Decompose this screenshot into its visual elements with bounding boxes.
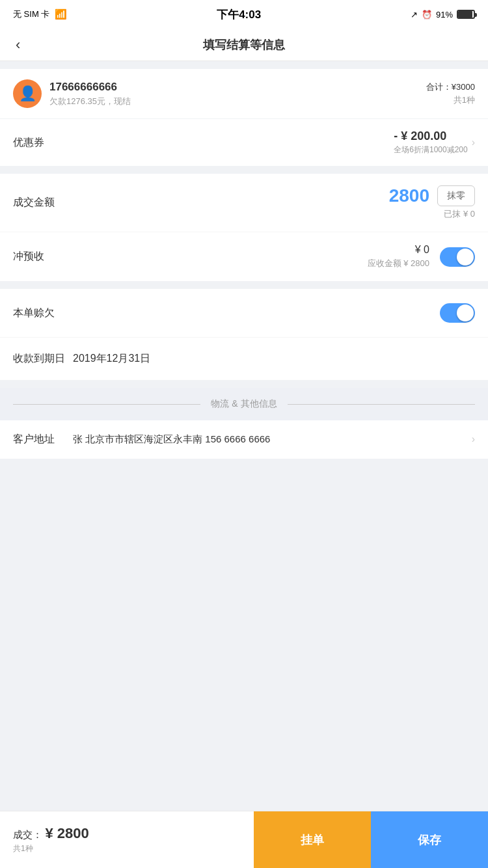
location-icon: ↗	[411, 10, 418, 20]
logistics-line-right	[288, 404, 475, 405]
back-button[interactable]: ‹	[10, 31, 25, 59]
alarm-icon: ⏰	[422, 10, 432, 20]
bottom-summary: 成交： ¥ 2800 共1种	[0, 825, 254, 854]
main-content: 👤 17666666666 欠款1276.35元，现结 合计：¥3000 共1种…	[0, 69, 488, 628]
debit-toggle[interactable]	[440, 303, 475, 323]
status-time: 下午4:03	[217, 7, 261, 22]
pre-collect-info: ¥ 0 应收金额 ¥ 2800	[368, 244, 429, 269]
pre-collect-label: 冲预收	[13, 250, 44, 264]
customer-info: 17666666666 欠款1276.35元，现结	[49, 81, 131, 107]
round-button[interactable]: 抹零	[437, 185, 475, 206]
logistics-header: 物流 & 其他信息	[0, 388, 488, 420]
pre-collect-value: ¥ 0	[368, 244, 429, 256]
due-date-row: 收款到期日 2019年12月31日	[0, 338, 488, 380]
address-chevron-icon: ›	[472, 433, 475, 445]
coupon-desc: 全场6折满1000减200	[394, 144, 467, 156]
total-count: 共1种	[426, 94, 475, 106]
amount-section: 成交金额 2800 抹零 已抹 ¥ 0 冲预收 ¥ 0 应收金额 ¥ 2800	[0, 174, 488, 281]
status-bar: 无 SIM 卡 📶 下午4:03 ↗ ⏰ 91%	[0, 0, 488, 29]
amount-value: 2800	[389, 185, 429, 206]
bottom-bar: 成交： ¥ 2800 共1种 挂单 保存	[0, 811, 488, 868]
customer-debt: 欠款1276.35元，现结	[49, 96, 131, 107]
customer-phone: 17666666666	[49, 81, 131, 94]
amount-label: 成交金额	[13, 196, 55, 210]
logistics-line-left	[13, 404, 200, 405]
pre-collect-toggle[interactable]	[440, 247, 475, 267]
amount-row: 成交金额 2800 抹零 已抹 ¥ 0	[0, 174, 488, 232]
logistics-title: 物流 & 其他信息	[211, 398, 277, 410]
amount-right: 2800 抹零	[389, 185, 475, 206]
customer-left: 👤 17666666666 欠款1276.35元，现结	[13, 79, 131, 108]
wifi-icon: 📶	[55, 8, 67, 20]
total-label: 合计：¥3000	[426, 81, 475, 93]
address-content: 张 北京市市辖区海淀区永丰南 156 6666 6666	[73, 432, 472, 447]
customer-card: 👤 17666666666 欠款1276.35元，现结 合计：¥3000 共1种	[0, 69, 488, 118]
battery-percent: 91%	[436, 10, 453, 20]
amount-sub: 已抹 ¥ 0	[444, 208, 475, 220]
debit-label: 本单赊欠	[13, 306, 55, 320]
section-divider-2	[0, 281, 488, 289]
status-left: 无 SIM 卡 📶	[13, 8, 67, 20]
sim-text: 无 SIM 卡	[13, 8, 49, 20]
customer-right: 合计：¥3000 共1种	[426, 81, 475, 106]
nav-bar: ‹ 填写结算等信息	[0, 29, 488, 61]
due-date-label: 收款到期日	[13, 352, 65, 366]
coupon-discount: - ¥ 200.00	[394, 129, 467, 143]
save-button[interactable]: 保存	[371, 811, 488, 869]
bottom-deal-line: 成交： ¥ 2800	[13, 825, 241, 842]
battery-icon	[457, 10, 475, 19]
address-row[interactable]: 客户地址 张 北京市市辖区海淀区永丰南 156 6666 6666 ›	[0, 420, 488, 459]
section-divider-1	[0, 166, 488, 174]
bottom-amount: ¥ 2800	[45, 825, 88, 841]
coupon-row[interactable]: 优惠券 - ¥ 200.00 全场6折满1000减200 ›	[0, 119, 488, 166]
section-divider-3	[0, 380, 488, 388]
coupon-label: 优惠券	[13, 136, 44, 150]
coupon-chevron-icon: ›	[472, 137, 475, 148]
page-title: 填写结算等信息	[203, 37, 285, 53]
due-date-value: 2019年12月31日	[73, 352, 150, 366]
debit-toggle-knob	[457, 305, 474, 321]
bottom-count: 共1种	[13, 843, 241, 854]
gray-area	[0, 459, 488, 563]
toggle-knob	[457, 249, 474, 265]
pre-collect-sub: 应收金额 ¥ 2800	[368, 258, 429, 269]
pre-collect-row: 冲预收 ¥ 0 应收金额 ¥ 2800	[0, 232, 488, 281]
bottom-deal-label: 成交：	[13, 829, 42, 840]
pre-collect-right: ¥ 0 应收金额 ¥ 2800	[368, 244, 475, 269]
status-right: ↗ ⏰ 91%	[411, 10, 475, 20]
avatar: 👤	[13, 79, 42, 108]
address-label: 客户地址	[13, 433, 65, 446]
coupon-right: - ¥ 200.00 全场6折满1000减200 ›	[394, 129, 475, 156]
debit-row: 本单赊欠	[0, 289, 488, 338]
hang-button[interactable]: 挂单	[254, 811, 371, 869]
